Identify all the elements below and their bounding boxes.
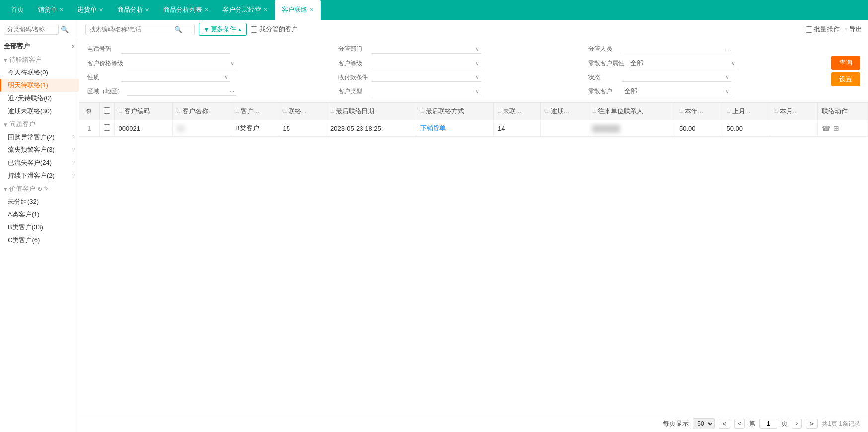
filter-customer-grade-select[interactable]: ∨ <box>372 59 481 68</box>
filter-payment-select[interactable]: ∨ <box>372 73 481 82</box>
filter-price-grade: 客户价格等级 ∨ <box>87 59 322 68</box>
col-select-all[interactable] <box>99 103 114 120</box>
sidebar-item-declining[interactable]: 持续下滑客户(2) ? <box>0 169 79 182</box>
group-arrow-value: ▾ <box>4 185 7 193</box>
col-last-contact-method[interactable]: ≡ 最后联络方式 <box>416 103 494 120</box>
cell-this-year: 50.00 <box>675 120 723 137</box>
contact-action-icon[interactable]: ☎ <box>822 124 830 132</box>
nav-home[interactable]: 首页 <box>4 0 31 20</box>
sidebar-item-class-b[interactable]: B类客户(33) <box>0 221 79 234</box>
payment-chevron-icon: ∨ <box>475 74 479 80</box>
sidebar-search-input[interactable] <box>4 24 59 35</box>
content-area: 🔍 ▼ 更多条件 ▲ 我分管的客户 批量操作 ↑ 导出 <box>79 20 868 432</box>
nav-customer-contact[interactable]: 客户联络 ✕ <box>275 0 321 20</box>
nav-close-customer-contact[interactable]: ✕ <box>309 7 314 13</box>
filter-person-select[interactable]: ··· <box>622 45 731 53</box>
batch-checkbox[interactable] <box>806 26 812 33</box>
row-checkbox[interactable] <box>104 124 110 131</box>
sidebar-item-7days[interactable]: 近7天待联络(0) <box>0 92 79 105</box>
filter-retail-attr-select[interactable]: 全部 ∨ <box>628 58 737 69</box>
value-refresh-icon[interactable]: ↻ <box>37 185 43 193</box>
col-action: 联络动作 <box>817 103 868 120</box>
filter-retail-customer-select[interactable]: 全部 ∨ <box>622 86 731 97</box>
filter-phone-input[interactable] <box>121 44 230 54</box>
sidebar-all-customers[interactable]: 全部客户 « <box>0 39 79 53</box>
sidebar-item-churn-warning[interactable]: 流失预警客户(3) ? <box>0 144 79 156</box>
query-button[interactable]: 查询 <box>831 56 860 70</box>
col-last-contact-date[interactable]: ≡ 最后联络日期 <box>326 103 416 120</box>
nav-close-customer-tier[interactable]: ✕ <box>263 7 268 13</box>
cell-checkbox[interactable] <box>99 120 114 137</box>
col-company-contact[interactable]: ≡ 往来单位联系人 <box>588 103 675 120</box>
sidebar-item-class-c[interactable]: C类客户(6) <box>0 234 79 247</box>
nav-close-product-analysis-list[interactable]: ✕ <box>204 7 209 13</box>
filter-nature-select[interactable]: ∨ <box>121 73 230 82</box>
filter-customer-type-label: 客户类型 <box>338 87 368 96</box>
filter-more-btn[interactable]: ▼ 更多条件 ▲ <box>199 23 247 36</box>
filter-customer-type-select[interactable]: ∨ <box>372 87 481 96</box>
sidebar-item-today[interactable]: 今天待联络(0) <box>0 66 79 79</box>
my-customer-checkbox-label[interactable]: 我分管的客户 <box>251 25 298 34</box>
retail-attr-chevron-icon: ∨ <box>731 60 735 67</box>
my-customer-checkbox[interactable] <box>251 26 257 33</box>
filter-payment: 收付款条件 ∨ <box>338 73 573 82</box>
filter-price-grade-select[interactable]: ∨ <box>127 59 236 68</box>
sidebar-search-icon[interactable]: 🔍 <box>61 26 69 33</box>
value-edit-icon[interactable]: ✎ <box>44 185 49 192</box>
action-icons-group: ☎ ⊞ <box>822 124 864 132</box>
nav-sales[interactable]: 销货单 ✕ <box>31 0 71 20</box>
nav-product-analysis-list[interactable]: 商品分析列表 ✕ <box>156 0 216 20</box>
page-number-input[interactable] <box>759 419 777 429</box>
nav-customer-tier[interactable]: 客户分层经营 ✕ <box>216 0 275 20</box>
nav-close-purchase[interactable]: ✕ <box>99 7 103 13</box>
nav-product-analysis[interactable]: 商品分析 ✕ <box>110 0 156 20</box>
col-contact[interactable]: ≡ 联络... <box>279 103 326 120</box>
toolbar-search-input[interactable] <box>90 26 174 33</box>
table-area: ⚙ ≡ 客户编码 ≡ 客户名称 <box>79 103 868 415</box>
nav-purchase[interactable]: 进货单 ✕ <box>71 0 110 20</box>
nav-close-sales[interactable]: ✕ <box>59 7 64 13</box>
next-page-btn[interactable]: > <box>792 419 802 429</box>
batch-operation-btn[interactable]: 批量操作 <box>806 25 840 34</box>
sidebar-item-unclassified[interactable]: 未分组(32) <box>0 195 79 208</box>
col-this-month[interactable]: ≡ 本月... <box>770 103 818 120</box>
toolbar-right: 批量操作 ↑ 导出 <box>806 25 863 34</box>
prev-page-btn[interactable]: < <box>734 419 745 429</box>
sidebar-group-problem: ▾ 问题客户 <box>0 118 79 131</box>
reset-button[interactable]: 设置 <box>831 72 860 86</box>
page-size-select[interactable]: 50 <box>693 418 715 429</box>
filter-region-select[interactable]: ··· <box>127 87 236 96</box>
filter-dept-select[interactable]: ∨ <box>372 45 481 54</box>
filter-retail-attr-label: 零散客户属性 <box>588 59 624 68</box>
col-customer-code[interactable]: ≡ 客户编码 <box>114 103 173 120</box>
filter-payment-label: 收付款条件 <box>338 73 368 82</box>
col-this-year[interactable]: ≡ 本年... <box>675 103 723 120</box>
sidebar-item-churned[interactable]: 已流失客户(24) ? <box>0 156 79 169</box>
region-dots-icon: ··· <box>230 88 234 94</box>
col-overdue[interactable]: ≡ 逾期... <box>541 103 588 120</box>
sidebar-item-class-a[interactable]: A类客户(1) <box>0 208 79 221</box>
col-level[interactable]: ≡ 客户... <box>231 103 279 120</box>
export-btn[interactable]: ↑ 导出 <box>845 25 863 34</box>
filter-customer-type: 客户类型 ∨ <box>338 87 573 96</box>
page-suffix: 页 <box>781 419 788 428</box>
column-settings-icon[interactable]: ⚙ <box>86 107 92 115</box>
first-page-btn[interactable]: ⊲ <box>719 419 730 429</box>
toolbar-search-icon[interactable]: 🔍 <box>174 26 182 33</box>
last-page-btn[interactable]: ⊳ <box>806 419 818 429</box>
cell-company-contact: ██████ <box>588 120 675 137</box>
filter-status-select[interactable]: ∨ <box>622 73 731 82</box>
sidebar-item-repurchase-abnormal[interactable]: 回购异常客户(2) ? <box>0 131 79 144</box>
more-action-icon[interactable]: ⊞ <box>833 124 839 132</box>
filter-icon: ▼ <box>203 26 210 33</box>
sidebar-item-overdue[interactable]: 逾期未联络(30) <box>0 105 79 118</box>
col-no-contact[interactable]: ≡ 未联... <box>493 103 541 120</box>
total-records-info: 共1页 1条记录 <box>822 420 860 428</box>
col-last-month[interactable]: ≡ 上月... <box>723 103 770 120</box>
cell-last-contact-method[interactable]: 下销货单 <box>416 120 494 137</box>
nav-close-product-analysis[interactable]: ✕ <box>145 7 149 13</box>
nature-chevron-icon: ∨ <box>224 74 228 80</box>
col-customer-name[interactable]: ≡ 客户名称 <box>173 103 231 120</box>
sidebar-item-tomorrow[interactable]: 明天待联络(1) <box>0 79 79 92</box>
select-all-checkbox[interactable] <box>104 107 110 114</box>
